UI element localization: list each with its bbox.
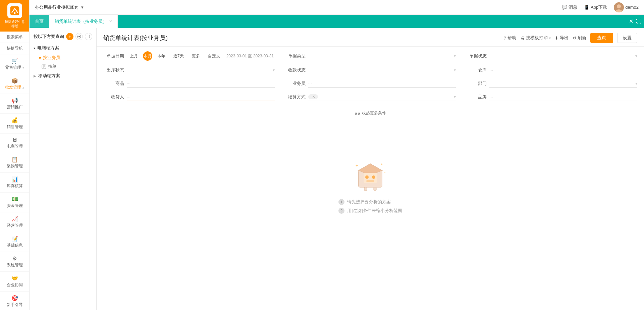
search-menu[interactable]: 搜索菜单: [0, 32, 29, 43]
out-status-select[interactable]: ▾: [127, 66, 275, 74]
goods-input[interactable]: ···: [127, 80, 275, 88]
retail-icon: 🛒: [1, 58, 28, 64]
tab-sales-stat[interactable]: 销货单统计表（按业务员） ✕: [49, 15, 118, 28]
payment-label: 结算方式: [285, 94, 308, 100]
doc-type-chevron: ▾: [454, 54, 456, 58]
date-label: 单据日期: [103, 53, 127, 59]
panel-collapse-btn[interactable]: 《: [85, 33, 92, 40]
refresh-btn[interactable]: ↺ 刷新: [573, 35, 586, 41]
panel-edit-btn[interactable]: [75, 33, 83, 40]
retail-arrow: ▾: [22, 66, 24, 69]
refresh-icon: ↺: [573, 36, 576, 41]
user-profile[interactable]: demo2: [614, 2, 639, 12]
payment-select[interactable]: ✕ ▾: [308, 93, 456, 101]
consignee-dots: ···: [127, 94, 130, 99]
sales-label: 销售管理: [7, 124, 23, 129]
empty-tip-2: 2 用[过滤]条件来缩小分析范围: [338, 208, 402, 214]
date-btn-last-month[interactable]: 上月: [127, 52, 141, 60]
logo-icon: [7, 3, 22, 18]
tabbar-controls: ✕ ⛶: [629, 18, 644, 24]
tab-home-label: 首页: [35, 18, 44, 24]
tree-by-order[interactable]: 按单: [30, 62, 96, 71]
topbar-dropdown-btn[interactable]: ▾: [81, 5, 84, 10]
goods-dots: ···: [127, 81, 130, 86]
svg-point-15: [365, 175, 369, 179]
date-range: 2023-03-01 至 2023-03-31: [226, 53, 274, 59]
dept-select[interactable]: ▾: [489, 80, 637, 88]
tab-close-all-btn[interactable]: ✕: [629, 18, 633, 24]
staff-field: 业务员 ···: [285, 80, 456, 88]
date-btn-this-month[interactable]: 本月: [143, 51, 152, 61]
collapse-btn[interactable]: ∧∧ 收起更多条件: [351, 109, 390, 117]
message-label: 消息: [569, 4, 577, 10]
tab-maximize-btn[interactable]: ⛶: [636, 18, 641, 24]
filter-row-3: 商品 ··· 业务员 ··· 部门: [103, 80, 637, 88]
sidebar-item-finance[interactable]: 💵 资金管理: [0, 193, 29, 212]
staff-input[interactable]: ···: [308, 80, 456, 88]
quick-nav[interactable]: 快捷导航: [0, 43, 29, 54]
query-btn[interactable]: 查询: [590, 33, 613, 43]
panel-actions: + 《: [66, 33, 92, 40]
payment-tag-close[interactable]: ✕: [312, 95, 315, 99]
date-btn-7days[interactable]: 近7天: [170, 52, 187, 60]
doc-status-chevron: ▾: [635, 54, 637, 58]
doc-status-field: 单据状态 ▾: [466, 52, 637, 60]
quick-nav-label: 快捷导航: [0, 44, 29, 53]
settings-btn[interactable]: 设置: [617, 33, 637, 43]
print-arrow[interactable]: ▾: [549, 36, 551, 40]
sidebar-item-retail[interactable]: 🛒 零售管理 ▾: [0, 54, 29, 74]
basic-icon: 📝: [1, 236, 28, 242]
consignee-input[interactable]: ···: [127, 93, 275, 101]
sidebar-item-system[interactable]: ⚙ 系统管理: [0, 252, 29, 272]
operation-icon: 📈: [1, 216, 28, 222]
sidebar-item-inventory[interactable]: 📊 库存核算: [0, 173, 29, 193]
brand-input[interactable]: ···: [489, 93, 637, 101]
sidebar-item-wholesale[interactable]: 📦 批发管理 ▴: [0, 74, 29, 94]
collapse-row: ∧∧ 收起更多条件: [103, 106, 637, 120]
print-btn[interactable]: 🖨 按模板打印 ▾: [520, 35, 551, 41]
consignee-field: 收货人 ···: [103, 93, 275, 101]
tree-by-staff[interactable]: 按业务员: [30, 53, 96, 62]
help-label: 帮助: [507, 35, 516, 41]
tabbar: 首页 销货单统计表（按业务员） ✕ ✕ ⛶: [30, 15, 644, 28]
marketing-icon: 📢: [1, 97, 28, 104]
panel-add-btn[interactable]: +: [66, 33, 73, 40]
help-btn[interactable]: ? 帮助: [504, 35, 516, 41]
filter-row-2: 出库状态 ▾ 收款状态 ▾: [103, 66, 637, 74]
sidebar-item-basic[interactable]: 📝 基础信息: [0, 232, 29, 252]
wholesale-arrow: ▴: [22, 86, 24, 89]
tab-close-btn[interactable]: ✕: [109, 19, 112, 23]
date-btn-custom[interactable]: 自定义: [205, 52, 223, 60]
tree-mobile-section[interactable]: ▶ 移动端方案: [30, 71, 96, 81]
sidebar-item-ecommerce[interactable]: 🖥 电商管理: [0, 134, 29, 153]
date-btn-more[interactable]: 更多: [189, 52, 203, 60]
doc-status-label: 单据状态: [466, 53, 489, 59]
recv-status-select[interactable]: ▾: [308, 66, 456, 74]
svg-text:✦: ✦: [380, 162, 383, 166]
export-label: 导出: [560, 35, 569, 41]
tab-home[interactable]: 首页: [30, 15, 49, 28]
operation-label: 经营管理: [7, 223, 23, 228]
tree-pc-section[interactable]: ▾ 电脑端方案: [30, 43, 96, 53]
doc-type-select[interactable]: ▾: [308, 52, 456, 60]
sidebar-item-purchase[interactable]: 📋 采购管理: [0, 153, 29, 173]
date-btn-this-year[interactable]: 本年: [154, 52, 168, 60]
export-btn[interactable]: ⬇ 导出: [555, 35, 569, 41]
doc-status-select[interactable]: ▾: [489, 52, 637, 60]
message-btn[interactable]: 💬 消息: [562, 4, 577, 10]
sidebar-item-enterprise[interactable]: 🤝 企业协同: [0, 272, 29, 292]
date-filter-controls: 上月 本月 本年 近7天 更多 自定义 2023-03-01 至 2023-03…: [127, 51, 274, 61]
ecommerce-icon: 🖥: [1, 137, 28, 143]
sidebar-item-sales[interactable]: 💰 销售管理: [0, 114, 29, 134]
app-download-btn[interactable]: 📱 App下载: [584, 4, 607, 10]
sidebar-item-marketing[interactable]: 📢 营销推广: [0, 94, 29, 114]
svg-point-1: [14, 12, 15, 14]
sidebar-item-operation[interactable]: 📈 经营管理: [0, 212, 29, 232]
brand-field: 品牌 ···: [466, 93, 637, 101]
goods-field: 商品 ···: [103, 80, 275, 88]
warehouse-field: 仓库 ···: [466, 66, 637, 74]
sidebar-item-newbie[interactable]: 🎯 新手引导: [0, 292, 29, 310]
app-logo[interactable]: 畅捷通好生意 标版: [0, 0, 29, 32]
basic-label: 基础信息: [7, 243, 23, 248]
warehouse-input[interactable]: ···: [489, 66, 637, 74]
